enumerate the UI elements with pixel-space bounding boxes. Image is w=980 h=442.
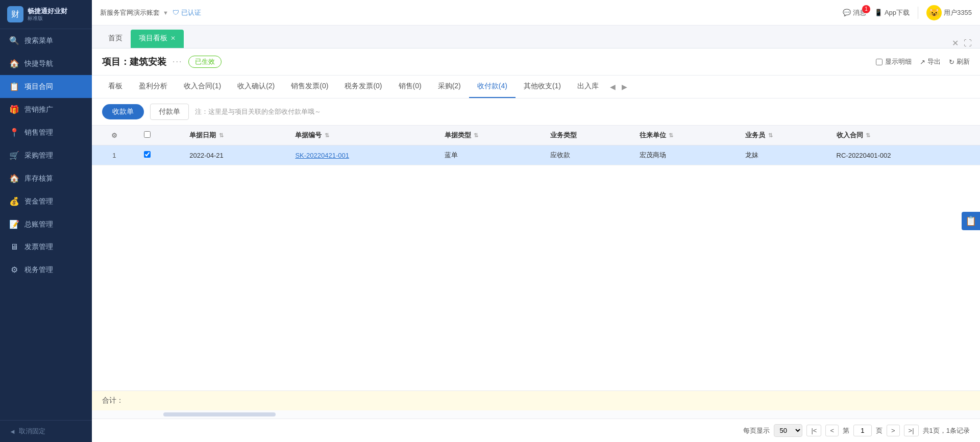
subnav-income-contract[interactable]: 收入合同(1)	[176, 76, 229, 98]
row-number-link[interactable]: SK-20220421-001	[295, 152, 349, 159]
sidebar-item-purchase[interactable]: 🛒 采购管理	[0, 144, 92, 167]
next-page-button[interactable]: >	[887, 425, 900, 436]
more-button[interactable]: ···	[173, 57, 182, 66]
sidebar-item-label: 总账管理	[24, 220, 53, 229]
app-download-label: App下载	[885, 8, 910, 17]
page-suffix: 页	[876, 426, 883, 435]
sidebar-item-inventory[interactable]: 🏠 库存核算	[0, 167, 92, 190]
subnav-receipts[interactable]: 收付款(4)	[469, 76, 516, 98]
project-prefix: 项目：建筑安装	[102, 56, 166, 68]
subnav-purchase[interactable]: 采购(2)	[430, 76, 469, 98]
data-table: ⚙ 单据日期 ⇅ 单据编号 ⇅ 单据类型 ⇅	[92, 126, 980, 165]
subnav-sales-label: 销售(0)	[399, 82, 422, 90]
finance-icon: 💰	[9, 197, 19, 206]
user-profile[interactable]: 😺 用户3355	[926, 5, 972, 20]
message-icon: 💬	[843, 9, 851, 16]
project-name: 建筑安装	[130, 57, 166, 67]
page-input[interactable]	[853, 425, 872, 436]
home-icon: 🏠	[9, 59, 19, 68]
sidebar-item-label: 快捷导航	[24, 59, 53, 68]
sort-icon: ⇅	[325, 132, 329, 138]
user-name: 用户3355	[944, 8, 972, 17]
avatar: 😺	[926, 5, 942, 20]
sidebar-item-ledger[interactable]: 📝 总账管理	[0, 213, 92, 236]
tab-bar: 首页 项目看板 ✕ ✕ ⛶	[92, 26, 980, 48]
sidebar-item-contract[interactable]: 📋 项目合同	[0, 75, 92, 98]
row-number-cell: SK-20220421-001	[288, 145, 437, 165]
subnav-other[interactable]: 其他收支(1)	[516, 76, 569, 98]
prev-page-button[interactable]: <	[825, 425, 839, 436]
invoice-icon: 🖥	[9, 242, 19, 252]
subnav-income-contract-label: 收入合同(1)	[184, 82, 221, 90]
row-checkbox-cell	[137, 145, 183, 165]
export-button[interactable]: ↗ 导出	[920, 57, 941, 66]
fab-button[interactable]: 📋	[962, 212, 980, 230]
unpin-button[interactable]: ◄ 取消固定	[0, 420, 92, 442]
sort-icon: ⇅	[474, 132, 478, 138]
sidebar-item-finance[interactable]: 💰 资金管理	[0, 190, 92, 213]
summary-label: 合计：	[102, 396, 124, 405]
partner-column-label: 往来单位	[640, 131, 666, 139]
date-column-header[interactable]: 单据日期 ⇅	[182, 126, 288, 145]
subnav-sales-invoice[interactable]: 销售发票(0)	[283, 76, 336, 98]
subnav-sales[interactable]: 销售(0)	[390, 76, 430, 98]
nav-prev-icon[interactable]: ◀	[607, 79, 619, 95]
row-income-contract-cell: RC-20220401-002	[829, 145, 980, 165]
page-label: 第	[843, 426, 849, 435]
payment-button[interactable]: 付款单	[150, 104, 189, 120]
settings-column-header[interactable]: ⚙	[92, 126, 137, 145]
tab-close-icon[interactable]: ✕	[170, 35, 176, 42]
tab-home[interactable]: 首页	[100, 30, 131, 48]
show-detail-input[interactable]	[876, 59, 883, 65]
row-date-cell: 2022-04-21	[182, 145, 288, 165]
last-page-button[interactable]: >|	[904, 425, 919, 436]
sidebar-item-nav[interactable]: 🏠 快捷导航	[0, 52, 92, 75]
receipt-button[interactable]: 收款单	[102, 104, 144, 119]
first-page-button[interactable]: |<	[806, 425, 821, 436]
topbar-right: 💬 消息 1 📱 App下载 😺 用户3355	[843, 5, 972, 20]
row-biz-type-cell: 应收款	[543, 145, 632, 165]
subnav-profit[interactable]: 盈利分析	[131, 76, 176, 98]
close-window-icon[interactable]: ✕	[952, 38, 959, 48]
fab-icon: 📋	[965, 215, 976, 227]
account-selector[interactable]: 新服务官网演示账套 ▼	[100, 8, 168, 17]
partner-column-header[interactable]: 往来单位 ⇅	[632, 126, 738, 145]
maximize-window-icon[interactable]: ⛶	[964, 39, 972, 48]
salesperson-column-header[interactable]: 业务员 ⇅	[738, 126, 829, 145]
subnav-tax-invoice[interactable]: 税务发票(0)	[336, 76, 390, 98]
toolbar-note: 注：这里是与项目关联的全部收付款单哦～	[195, 107, 321, 116]
sidebar-item-label: 搜索菜单	[24, 36, 53, 45]
sidebar-item-invoice[interactable]: 🖥 发票管理	[0, 236, 92, 258]
select-all-checkbox[interactable]	[144, 131, 151, 138]
sidebar-item-sales[interactable]: 📍 销售管理	[0, 121, 92, 144]
page-size-select[interactable]: 50 100 200	[774, 424, 802, 437]
pagination: 每页显示 50 100 200 |< < 第 页 > >| 共1页，1条记录	[92, 419, 980, 442]
table-row[interactable]: 1 2022-04-21 SK-20220421-001 蓝单 应收款 宏茂商场…	[92, 145, 980, 165]
subnav-income-confirm[interactable]: 收入确认(2)	[229, 76, 283, 98]
subnav-income-confirm-label: 收入确认(2)	[237, 82, 275, 90]
app-version: 标准版	[28, 15, 67, 21]
app-download-button[interactable]: 📱 App下载	[874, 8, 910, 17]
sidebar-item-marketing[interactable]: 🎁 营销推广	[0, 98, 92, 121]
export-label: 导出	[927, 57, 941, 66]
shield-icon: 🛡	[173, 9, 179, 16]
sidebar-item-tax[interactable]: ⚙ 税务管理	[0, 258, 92, 281]
nav-next-icon[interactable]: ▶	[619, 79, 630, 95]
row-salesperson-cell: 龙妹	[738, 145, 829, 165]
messages-button[interactable]: 💬 消息 1	[843, 8, 866, 17]
chevron-down-icon: ▼	[163, 10, 168, 16]
number-column-header[interactable]: 单据编号 ⇅	[288, 126, 437, 145]
row-checkbox[interactable]	[144, 151, 151, 158]
subnav-kanban[interactable]: 看板	[100, 76, 131, 98]
show-detail-checkbox[interactable]: 显示明细	[876, 57, 912, 66]
account-name: 新服务官网演示账套	[100, 8, 160, 17]
refresh-button[interactable]: ↻ 刷新	[949, 57, 970, 66]
horizontal-scrollbar[interactable]	[163, 412, 276, 416]
tab-project-board[interactable]: 项目看板 ✕	[131, 30, 184, 48]
subnav-purchase-label: 采购(2)	[438, 82, 461, 90]
sidebar-item-search[interactable]: 🔍 搜索菜单	[0, 29, 92, 52]
status-badge: 已生效	[188, 56, 222, 68]
income-contract-column-header[interactable]: 收入合同 ⇅	[829, 126, 980, 145]
type-column-header[interactable]: 单据类型 ⇅	[437, 126, 543, 145]
subnav-inout[interactable]: 出入库	[569, 76, 607, 98]
